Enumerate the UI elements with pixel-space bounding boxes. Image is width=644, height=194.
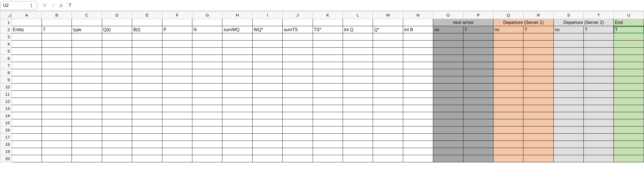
cell-U18[interactable] [614,141,644,148]
cell-G16[interactable] [192,126,222,134]
cell-S6[interactable] [553,55,583,62]
row-head-13[interactable]: 13 [0,105,12,112]
cell-K20[interactable] [313,155,343,162]
cell-B4[interactable] [42,41,72,48]
cell-N13[interactable] [403,105,433,112]
cell-U9[interactable] [614,76,644,83]
cell-C16[interactable] [72,126,102,134]
cell-M2[interactable]: Q* [373,26,403,33]
cell-F15[interactable] [162,119,192,126]
cell-H10[interactable] [222,83,252,91]
cell-U15[interactable] [614,119,644,126]
cell-A17[interactable] [12,134,42,141]
cell-B17[interactable] [42,134,72,141]
confirm-icon[interactable]: ✓ [51,2,56,9]
cell-U14[interactable] [614,112,644,119]
cancel-icon[interactable]: ✕ [42,2,47,9]
cell-K1[interactable] [313,19,343,26]
cell-H9[interactable] [222,76,252,83]
cell-A20[interactable] [12,155,42,162]
cell-G15[interactable] [192,119,222,126]
cell-F6[interactable] [162,55,192,62]
cell-N1[interactable] [403,19,433,26]
cell-S1[interactable]: Departure (Server 2) [553,19,614,26]
cell-E19[interactable] [132,148,162,155]
cell-Q18[interactable] [493,141,523,148]
cell-S5[interactable] [553,48,583,55]
cell-L10[interactable] [343,83,373,91]
row-head-2[interactable]: 2 [0,26,12,33]
cell-L11[interactable] [343,91,373,98]
row-head-10[interactable]: 10 [0,83,12,91]
cell-D13[interactable] [102,105,132,112]
row-head-12[interactable]: 12 [0,98,12,105]
cell-T4[interactable] [584,41,614,48]
cell-K9[interactable] [313,76,343,83]
cell-B20[interactable] [42,155,72,162]
cell-N20[interactable] [403,155,433,162]
cell-I11[interactable] [252,91,282,98]
cell-B1[interactable] [42,19,72,26]
cell-N10[interactable] [403,83,433,91]
col-head-O[interactable]: O [433,11,463,19]
cell-N18[interactable] [403,141,433,148]
cell-I13[interactable] [252,105,282,112]
cell-S4[interactable] [553,41,583,48]
cell-T6[interactable] [584,55,614,62]
cell-G1[interactable] [192,19,222,26]
cell-B19[interactable] [42,148,72,155]
cell-A1[interactable] [12,19,42,26]
cell-J18[interactable] [283,141,313,148]
cell-J10[interactable] [283,83,313,91]
cell-N3[interactable] [403,33,433,41]
cell-P14[interactable] [463,112,493,119]
cell-P8[interactable] [463,69,493,76]
col-head-F[interactable]: F [162,11,192,19]
cell-J17[interactable] [283,134,313,141]
cell-E4[interactable] [132,41,162,48]
cell-G19[interactable] [192,148,222,155]
cell-D1[interactable] [102,19,132,26]
cell-T8[interactable] [584,69,614,76]
cell-T19[interactable] [584,148,614,155]
cell-G6[interactable] [192,55,222,62]
row-head-14[interactable]: 14 [0,112,12,119]
cell-Q7[interactable] [493,62,523,69]
cell-L3[interactable] [343,33,373,41]
cell-B15[interactable] [42,119,72,126]
cell-A16[interactable] [12,126,42,134]
cell-R10[interactable] [523,83,553,91]
cell-Q3[interactable] [493,33,523,41]
cell-U8[interactable] [614,69,644,76]
cell-P9[interactable] [463,76,493,83]
cell-U1[interactable]: End [614,19,644,26]
cell-T15[interactable] [584,119,614,126]
cell-G20[interactable] [192,155,222,162]
cell-K3[interactable] [313,33,343,41]
cell-Q17[interactable] [493,134,523,141]
cell-C14[interactable] [72,112,102,119]
cell-D14[interactable] [102,112,132,119]
cell-N14[interactable] [403,112,433,119]
cell-I7[interactable] [252,62,282,69]
cell-D6[interactable] [102,55,132,62]
cell-M17[interactable] [373,134,403,141]
cell-S12[interactable] [553,98,583,105]
cell-S7[interactable] [553,62,583,69]
cell-P5[interactable] [463,48,493,55]
cell-L6[interactable] [343,55,373,62]
cell-F13[interactable] [162,105,192,112]
cell-B6[interactable] [42,55,72,62]
cell-I14[interactable] [252,112,282,119]
cell-P12[interactable] [463,98,493,105]
col-head-U[interactable]: U [614,11,644,19]
cell-D10[interactable] [102,83,132,91]
cell-U2[interactable]: T [614,26,644,33]
cell-R8[interactable] [523,69,553,76]
cell-A10[interactable] [12,83,42,91]
cell-A4[interactable] [12,41,42,48]
cell-O12[interactable] [433,98,463,105]
cell-I18[interactable] [252,141,282,148]
cell-R6[interactable] [523,55,553,62]
cell-A3[interactable] [12,33,42,41]
